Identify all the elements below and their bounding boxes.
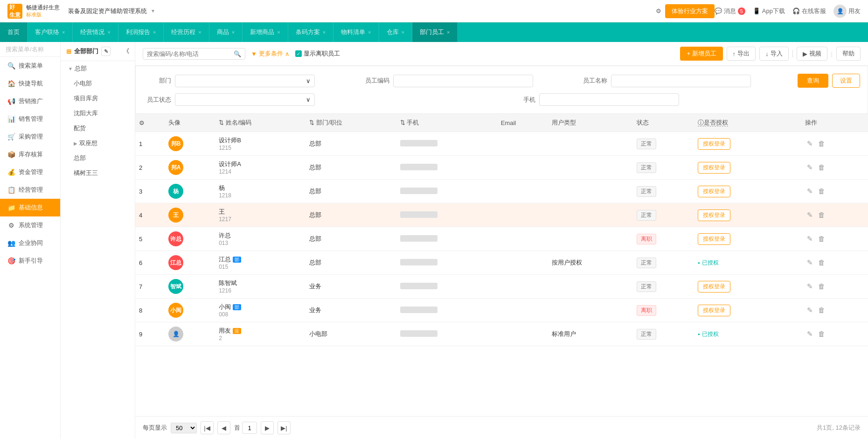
phone-input[interactable] bbox=[539, 93, 679, 106]
help-button[interactable]: 帮助 bbox=[836, 47, 861, 61]
edit-button[interactable]: ✎ bbox=[805, 186, 815, 196]
delete-button[interactable]: 🗑 bbox=[816, 139, 827, 148]
nav-tab-部门员工[interactable]: 部门员工 × bbox=[412, 22, 458, 42]
nav-tab-首页[interactable]: 首页 bbox=[0, 22, 28, 42]
sidebar-item-新手引导[interactable]: 🎯新手引导 bbox=[0, 252, 60, 270]
message-button[interactable]: 💬 消息 5 bbox=[715, 7, 745, 15]
sidebar-item-经营管理[interactable]: 📋经营管理 bbox=[0, 181, 60, 199]
delete-button[interactable]: 🗑 bbox=[816, 162, 827, 172]
edit-button[interactable]: ✎ bbox=[805, 329, 815, 339]
delete-button[interactable]: 🗑 bbox=[816, 329, 827, 339]
nav-tab-经营情况[interactable]: 经营情况 × bbox=[73, 22, 118, 42]
import-button[interactable]: ↓ 导入 bbox=[759, 47, 789, 61]
delete-button[interactable]: 🗑 bbox=[816, 186, 827, 196]
tab-close-icon[interactable]: × bbox=[232, 29, 235, 35]
page-number-input[interactable] bbox=[242, 422, 257, 434]
th-phone[interactable]: ⇅ 手机 bbox=[396, 114, 497, 132]
tab-close-icon[interactable]: × bbox=[402, 29, 404, 35]
user-menu[interactable]: 👤 用友 bbox=[833, 5, 861, 18]
nav-tab-客户联络[interactable]: 客户联络 × bbox=[28, 22, 73, 42]
setup-button[interactable]: 设置 bbox=[832, 74, 860, 88]
dept-node-总部[interactable]: ▼总部 bbox=[61, 61, 135, 76]
sidebar-item-搜索菜单[interactable]: 🔍搜索菜单 bbox=[0, 57, 60, 75]
tab-close-icon[interactable]: × bbox=[107, 29, 110, 35]
online-service-button[interactable]: 🎧 在线客服 bbox=[792, 7, 826, 15]
emp-status-select[interactable]: ∨ bbox=[175, 93, 315, 106]
edit-button[interactable]: ✎ bbox=[805, 210, 815, 220]
query-button[interactable]: 查询 bbox=[798, 74, 828, 88]
export-button[interactable]: ↑ 导出 bbox=[727, 47, 756, 61]
dept-node-沈阳大库[interactable]: 沈阳大库 bbox=[61, 106, 135, 121]
dept-node-总部[interactable]: 总部 bbox=[61, 151, 135, 166]
auth-login-button[interactable]: 授权登录 bbox=[698, 233, 730, 245]
tab-close-icon[interactable]: × bbox=[62, 29, 65, 35]
delete-button[interactable]: 🗑 bbox=[816, 210, 827, 220]
auth-login-button[interactable]: 授权登录 bbox=[698, 162, 730, 174]
sidebar-search-input[interactable] bbox=[6, 46, 61, 53]
auth-login-button[interactable]: 授权登录 bbox=[698, 186, 730, 197]
system-dropdown-arrow[interactable]: ▼ bbox=[151, 8, 155, 14]
emp-name-input[interactable] bbox=[611, 75, 751, 87]
th-name[interactable]: ⇅ 姓名/编码 bbox=[215, 114, 306, 132]
sidebar-item-企业协同[interactable]: 👥企业协同 bbox=[0, 234, 60, 252]
th-settings[interactable]: ⚙ bbox=[135, 114, 165, 132]
dept-node-配货[interactable]: 配货 bbox=[61, 121, 135, 136]
nav-tab-商品[interactable]: 商品 × bbox=[209, 22, 243, 42]
th-dept[interactable]: ⇅ 部门/职位 bbox=[306, 114, 396, 132]
dept-node-小电部[interactable]: 小电部 bbox=[61, 76, 135, 91]
nav-tab-仓库[interactable]: 仓库 × bbox=[379, 22, 412, 42]
auth-login-button[interactable]: 授权登录 bbox=[698, 305, 730, 316]
edit-button[interactable]: ✎ bbox=[805, 281, 815, 292]
video-button[interactable]: ▶ 视频 bbox=[797, 47, 827, 61]
sidebar-item-营销推广[interactable]: 📢营销推广 bbox=[0, 92, 60, 110]
edit-button[interactable]: ✎ bbox=[805, 139, 815, 149]
tab-close-icon[interactable]: × bbox=[198, 29, 201, 35]
nav-tab-经营历程[interactable]: 经营历程 × bbox=[164, 22, 209, 42]
sidebar-item-采购管理[interactable]: 🛒采购管理 bbox=[0, 128, 60, 146]
nav-tab-利润报告[interactable]: 利润报告 × bbox=[118, 22, 164, 42]
add-employee-button[interactable]: + 新增员工 bbox=[680, 47, 722, 61]
sidebar-item-基础信息[interactable]: 📁基础信息 bbox=[0, 199, 60, 216]
employee-search-input[interactable] bbox=[147, 50, 231, 57]
dept-collapse-icon[interactable]: 《 bbox=[123, 47, 129, 56]
page-size-select[interactable]: 50 100 bbox=[171, 423, 197, 433]
prev-page-btn[interactable]: ◀ bbox=[217, 421, 230, 434]
auth-login-button[interactable]: 授权登录 bbox=[698, 281, 730, 293]
delete-button[interactable]: 🗑 bbox=[816, 305, 827, 315]
nav-tab-新增商品[interactable]: 新增商品 × bbox=[243, 22, 288, 42]
more-filter-button[interactable]: ▼ 更多条件 ∧ bbox=[251, 49, 290, 58]
nav-tab-物料清单[interactable]: 物料清单 × bbox=[333, 22, 379, 42]
dept-node-双座想[interactable]: ▶双座想 bbox=[61, 136, 135, 151]
nav-tab-条码方案[interactable]: 条码方案 × bbox=[288, 22, 333, 42]
tab-close-icon[interactable]: × bbox=[277, 29, 280, 35]
delete-button[interactable]: 🗑 bbox=[816, 281, 827, 291]
sidebar-item-系统管理[interactable]: ⚙系统管理 bbox=[0, 216, 60, 234]
dept-edit-icon[interactable]: ✎ bbox=[101, 47, 111, 56]
trial-button[interactable]: 体验行业方案 bbox=[665, 4, 715, 18]
dept-node-橘树王三[interactable]: 橘树王三 bbox=[61, 166, 135, 181]
sidebar-item-快捷导航[interactable]: 🏠快捷导航 bbox=[0, 75, 60, 92]
dept-select[interactable]: ∨ bbox=[175, 75, 315, 87]
sidebar-item-库存核算[interactable]: 📦库存核算 bbox=[0, 146, 60, 163]
delete-button[interactable]: 🗑 bbox=[816, 234, 827, 244]
app-download-button[interactable]: 📱 App下载 bbox=[753, 7, 785, 15]
dept-node-项目库房[interactable]: 项目库房 bbox=[61, 91, 135, 106]
auth-login-button[interactable]: 授权登录 bbox=[698, 138, 730, 150]
auth-login-button[interactable]: 授权登录 bbox=[698, 209, 730, 221]
tab-close-icon[interactable]: × bbox=[447, 29, 450, 35]
edit-button[interactable]: ✎ bbox=[805, 162, 815, 173]
sidebar-item-资金管理[interactable]: 💰资金管理 bbox=[0, 163, 60, 181]
next-page-btn[interactable]: ▶ bbox=[261, 421, 274, 434]
edit-button[interactable]: ✎ bbox=[805, 234, 815, 244]
show-resign-toggle[interactable]: ✓ 显示离职员工 bbox=[295, 49, 340, 58]
settings-icon[interactable]: ⚙ bbox=[652, 5, 665, 18]
tab-close-icon[interactable]: × bbox=[153, 29, 156, 35]
tab-close-icon[interactable]: × bbox=[323, 29, 326, 35]
edit-button[interactable]: ✎ bbox=[805, 305, 815, 315]
tab-close-icon[interactable]: × bbox=[368, 29, 371, 35]
delete-button[interactable]: 🗑 bbox=[816, 258, 827, 267]
edit-button[interactable]: ✎ bbox=[805, 258, 815, 268]
first-page-btn[interactable]: |◀ bbox=[201, 421, 214, 434]
emp-code-input[interactable] bbox=[393, 75, 533, 87]
last-page-btn[interactable]: ▶| bbox=[278, 421, 291, 434]
